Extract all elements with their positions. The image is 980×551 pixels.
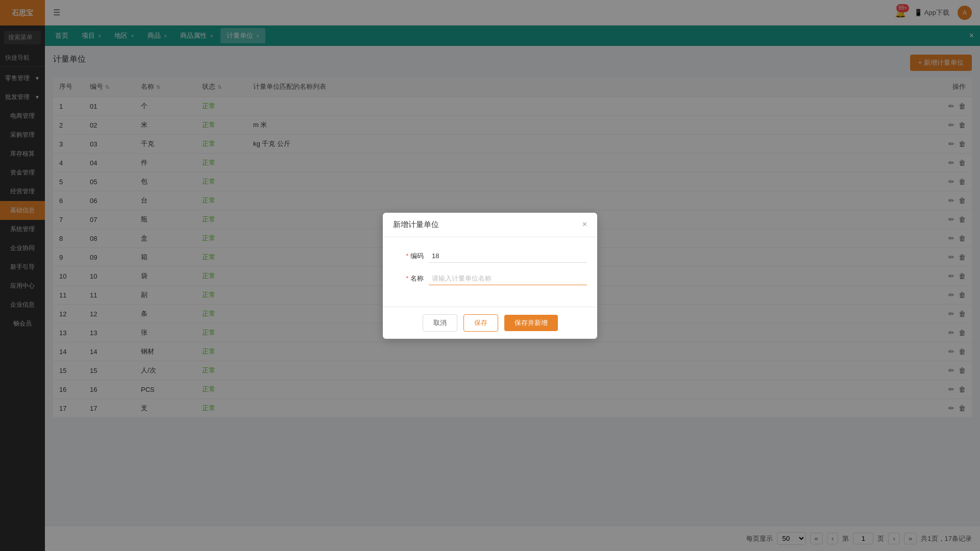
name-label: 名称: [393, 274, 424, 283]
code-label: 编码: [393, 252, 424, 261]
form-row-name: 名称: [393, 272, 587, 285]
dialog-title: 新增计量单位: [393, 220, 439, 230]
modal-overlay[interactable]: 新增计量单位 × 编码 名称 取消 保存 保存并新增: [0, 0, 980, 551]
save-button[interactable]: 保存: [463, 314, 498, 332]
dialog-close-button[interactable]: ×: [582, 220, 587, 229]
add-unit-dialog: 新增计量单位 × 编码 名称 取消 保存 保存并新增: [383, 213, 597, 339]
dialog-body: 编码 名称: [383, 237, 597, 307]
form-row-code: 编码: [393, 249, 587, 263]
cancel-button[interactable]: 取消: [423, 314, 457, 332]
dialog-footer: 取消 保存 保存并新增: [383, 307, 597, 339]
code-input[interactable]: [429, 249, 587, 263]
dialog-header: 新增计量单位 ×: [383, 213, 597, 237]
save-continue-button[interactable]: 保存并新增: [504, 315, 558, 331]
name-input[interactable]: [429, 272, 587, 285]
